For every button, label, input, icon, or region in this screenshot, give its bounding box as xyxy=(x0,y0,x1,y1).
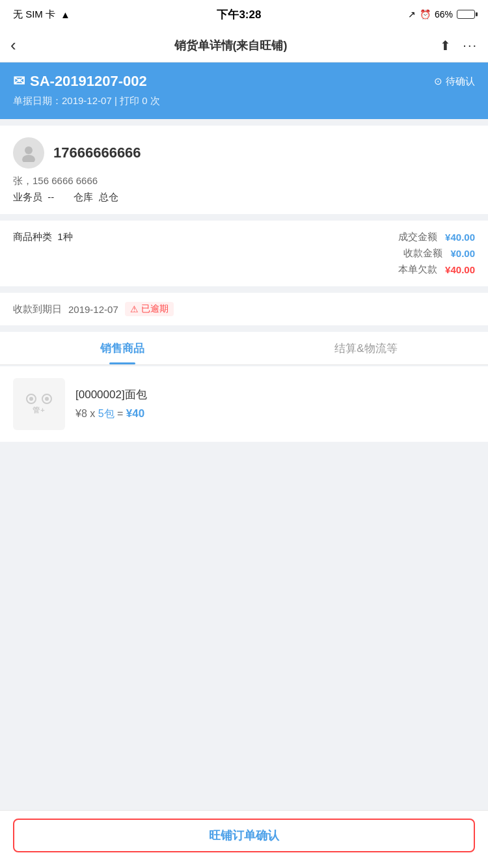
logo-text: 管+ xyxy=(33,405,45,415)
order-icon: ✉ xyxy=(13,73,25,90)
product-name: [0000002]面包 xyxy=(75,387,475,402)
nav-right: ⬆ ··· xyxy=(440,38,478,53)
overdue-text: 已逾期 xyxy=(141,303,169,315)
meta-separator: | xyxy=(112,95,120,106)
battery-percent: 66% xyxy=(435,9,453,20)
order-status: ⊙ 待确认 xyxy=(434,75,475,88)
battery-icon xyxy=(457,10,475,19)
logo-eyes xyxy=(26,394,52,404)
back-button[interactable]: ‹ xyxy=(10,33,21,58)
sales-label: 业务员 -- xyxy=(13,191,54,204)
product-section: 管+ [0000002]面包 ¥8 x 5包 = ¥40 xyxy=(0,366,488,442)
header-card-top: ✉ SA-20191207-002 ⊙ 待确认 xyxy=(13,73,475,90)
bottom-bar: 旺铺订单确认 xyxy=(0,810,488,868)
collected-value: ¥0.00 xyxy=(450,248,475,259)
amount-label: 成交金额 xyxy=(398,231,437,243)
due-date-value: 2019-12-07 xyxy=(68,304,118,315)
status-right: ↗ ⏰ 66% xyxy=(408,9,475,20)
clock-icon: ⊙ xyxy=(434,75,442,87)
tabs-section: 销售商品 结算&物流等 xyxy=(0,332,488,365)
product-type-item: 商品种类 1种 xyxy=(13,231,73,243)
sales-value: -- xyxy=(47,191,54,202)
alarm-icon: ⏰ xyxy=(420,9,431,20)
product-type-label: 商品种类 xyxy=(13,231,52,242)
summary-left: 商品种类 1种 xyxy=(13,231,73,243)
customer-section: 17666666666 张，156 6666 6666 业务员 -- 仓库 总仓 xyxy=(0,126,488,214)
product-name-text: 面包 xyxy=(125,388,147,401)
product-thumbnail: 管+ xyxy=(13,378,65,430)
collected-row: 收款金额 ¥0.00 xyxy=(403,247,475,260)
product-quantity: 5包 xyxy=(98,408,115,419)
share-button[interactable]: ⬆ xyxy=(440,38,451,53)
product-type-value: 1种 xyxy=(57,231,72,242)
warehouse-label: 仓库 总仓 xyxy=(74,191,118,204)
collected-label: 收款金额 xyxy=(403,247,442,260)
location-icon: ↗ xyxy=(408,9,416,20)
equals-text: = xyxy=(115,408,126,419)
product-price: ¥8 x 5包 = ¥40 xyxy=(75,407,475,421)
amount-row: 成交金额 ¥40.00 xyxy=(398,231,475,243)
product-logo: 管+ xyxy=(20,391,59,417)
warehouse-value: 总仓 xyxy=(99,191,118,202)
page-title: 销货单详情(来自旺铺) xyxy=(174,38,288,53)
order-number: ✉ SA-20191207-002 xyxy=(13,73,147,90)
debt-row: 本单欠款 ¥40.00 xyxy=(398,264,475,276)
header-card: ✉ SA-20191207-002 ⊙ 待确认 单据日期：2019-12-07 … xyxy=(0,62,488,119)
due-date-label: 收款到期日 xyxy=(13,303,62,316)
product-info: [0000002]面包 ¥8 x 5包 = ¥40 xyxy=(75,387,475,421)
customer-phone: 17666666666 xyxy=(53,144,141,161)
customer-row: 业务员 -- 仓库 总仓 xyxy=(13,191,475,204)
amount-value: ¥40.00 xyxy=(445,232,475,243)
confirm-order-button[interactable]: 旺铺订单确认 xyxy=(13,819,475,852)
meta-date-label: 单据日期： xyxy=(13,95,62,106)
svg-point-1 xyxy=(22,155,35,162)
tab-settlement[interactable]: 结算&物流等 xyxy=(244,332,488,364)
debt-label: 本单欠款 xyxy=(398,264,437,276)
nav-bar: ‹ 销货单详情(来自旺铺) ⬆ ··· xyxy=(0,29,488,62)
summary-section: 商品种类 1种 成交金额 ¥40.00 收款金额 ¥0.00 本单欠款 ¥40.… xyxy=(0,221,488,286)
warning-icon: ⚠ xyxy=(130,304,139,314)
empty-space xyxy=(0,442,488,559)
meta-date-value: 2019-12-07 xyxy=(62,95,112,106)
carrier-text: 无 SIM 卡 xyxy=(13,8,55,21)
more-button[interactable]: ··· xyxy=(463,38,478,53)
overdue-badge: ⚠ 已逾期 xyxy=(125,302,174,316)
tabs-row: 销售商品 结算&物流等 xyxy=(0,332,488,364)
tab-sales-product[interactable]: 销售商品 xyxy=(0,332,244,364)
meta-print-text: 打印 0 次 xyxy=(120,95,160,106)
product-item: 管+ [0000002]面包 ¥8 x 5包 = ¥40 xyxy=(0,366,488,442)
product-total: ¥40 xyxy=(126,407,144,420)
customer-top: 17666666666 xyxy=(13,137,475,169)
svg-point-0 xyxy=(25,146,33,154)
order-number-text: SA-20191207-002 xyxy=(30,73,147,90)
due-section: 收款到期日 2019-12-07 ⚠ 已逾期 xyxy=(0,293,488,325)
order-meta: 单据日期：2019-12-07 | 打印 0 次 xyxy=(13,95,475,107)
status-bar: 无 SIM 卡 ▲ 下午3:28 ↗ ⏰ 66% xyxy=(0,0,488,29)
debt-value: ¥40.00 xyxy=(445,264,475,275)
logo-eye-right xyxy=(42,394,52,404)
price-text: ¥8 x xyxy=(75,408,98,419)
logo-eye-left xyxy=(26,394,36,404)
customer-name: 张，156 6666 6666 xyxy=(13,175,475,187)
status-text: 待确认 xyxy=(446,75,475,88)
product-code: [0000002] xyxy=(75,388,125,401)
avatar xyxy=(13,137,44,169)
status-left: 无 SIM 卡 ▲ xyxy=(13,8,70,21)
time-display: 下午3:28 xyxy=(217,7,261,22)
summary-right: 成交金额 ¥40.00 收款金额 ¥0.00 本单欠款 ¥40.00 xyxy=(398,231,475,276)
wifi-icon: ▲ xyxy=(61,9,70,20)
